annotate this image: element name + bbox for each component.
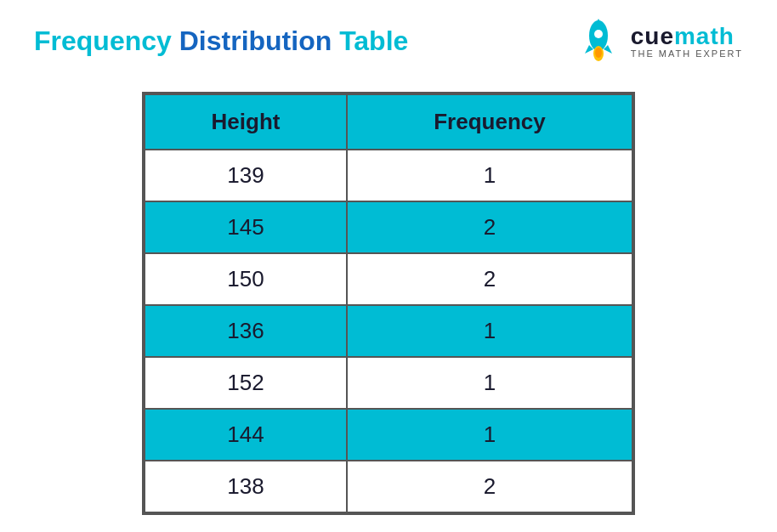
table-row: 1521 <box>145 357 632 409</box>
table-row: 1452 <box>145 201 632 253</box>
svg-point-6 <box>595 48 602 58</box>
page-header: Frequency Distribution Table cuemath THE… <box>0 0 777 75</box>
brand-cue: cue <box>631 23 674 49</box>
cell-frequency: 1 <box>347 150 632 201</box>
cell-height: 150 <box>145 253 347 305</box>
cuemath-brand: cuemath <box>631 23 734 50</box>
frequency-table: Height Frequency 13911452150213611521144… <box>144 93 633 513</box>
frequency-table-container: Height Frequency 13911452150213611521144… <box>142 92 635 515</box>
brand-math: math <box>674 23 734 49</box>
cuemath-brand-text: cuemath THE MATH EXPERT <box>631 23 743 59</box>
cell-height: 139 <box>145 150 347 201</box>
table-header-row: Height Frequency <box>145 94 632 150</box>
cell-frequency: 1 <box>347 305 632 357</box>
title-table: Table <box>332 25 408 56</box>
table-row: 1441 <box>145 409 632 461</box>
svg-point-2 <box>594 30 603 38</box>
cell-frequency: 1 <box>347 409 632 461</box>
title-distribution: Distribution <box>179 25 332 56</box>
cell-height: 145 <box>145 201 347 253</box>
cell-frequency: 1 <box>347 357 632 409</box>
cell-frequency: 2 <box>347 253 632 305</box>
table-row: 1391 <box>145 150 632 201</box>
cell-frequency: 2 <box>347 461 632 512</box>
title-frequency: Frequency <box>34 25 179 56</box>
col-frequency-header: Frequency <box>347 94 632 150</box>
logo-area: cuemath THE MATH EXPERT <box>573 15 743 66</box>
table-row: 1382 <box>145 461 632 512</box>
table-row: 1361 <box>145 305 632 357</box>
brand-tagline: THE MATH EXPERT <box>631 48 743 59</box>
cell-frequency: 2 <box>347 201 632 253</box>
cell-height: 152 <box>145 357 347 409</box>
table-row: 1502 <box>145 253 632 305</box>
col-height-header: Height <box>145 94 347 150</box>
cell-height: 136 <box>145 305 347 357</box>
cell-height: 138 <box>145 461 347 512</box>
cell-height: 144 <box>145 409 347 461</box>
rocket-icon <box>573 15 624 66</box>
page-title: Frequency Distribution Table <box>34 25 408 57</box>
